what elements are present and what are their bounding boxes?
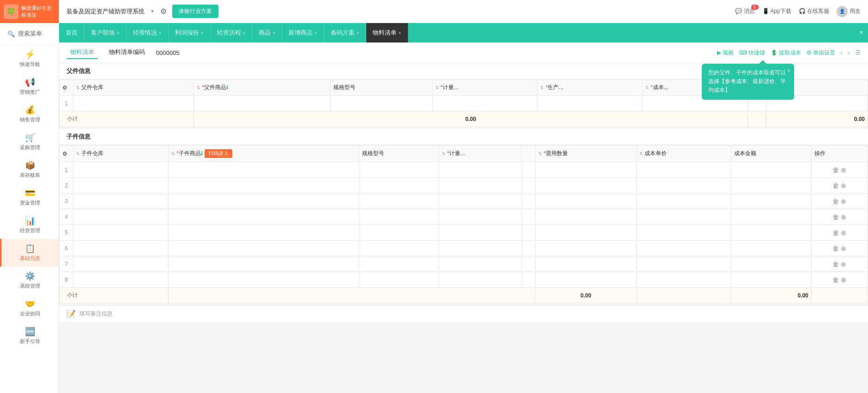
copy-icon-5[interactable]: ⊕ [841, 229, 846, 236]
delete-icon-3[interactable]: 🗑 [832, 198, 839, 205]
user-menu[interactable]: 👤 用友 [837, 6, 861, 17]
child-row-goods-5[interactable] [168, 225, 359, 241]
copy-icon-6[interactable]: ⊕ [841, 245, 846, 252]
delete-icon-1[interactable]: 🗑 [832, 166, 839, 174]
child-row-qty-5[interactable] [536, 225, 637, 241]
child-row-spec-6[interactable] [359, 241, 439, 256]
child-row-goods-3[interactable] [168, 193, 359, 209]
child-row-goods-1[interactable] [168, 162, 359, 178]
parent-row-prod[interactable] [537, 96, 643, 111]
child-row-qty-4[interactable] [536, 209, 637, 225]
tab-close-new-goods[interactable]: × [314, 30, 317, 36]
copy-icon-8[interactable]: ⊕ [841, 276, 846, 284]
tab-close-profit[interactable]: × [201, 30, 204, 36]
child-row-warehouse-2[interactable] [73, 178, 169, 193]
child-row-goods-2[interactable] [168, 178, 359, 193]
sidebar-item-system[interactable]: ⚙️ 系统管理 [0, 266, 59, 294]
child-row-qty-2[interactable] [536, 178, 637, 193]
child-row-unit-2[interactable] [439, 178, 521, 193]
sidebar-item-basic-info[interactable]: 📋 基础信息 [0, 239, 59, 266]
sidebar-item-purchase[interactable]: 🛒 采购管理 [0, 128, 59, 156]
child-row-goods-6[interactable] [168, 241, 359, 256]
list-view-icon[interactable]: ☰ [856, 49, 861, 56]
delete-icon-6[interactable]: 🗑 [832, 245, 839, 252]
child-row-unit-cost-4[interactable] [636, 209, 731, 225]
note-placeholder[interactable]: 填写备注信息 [79, 310, 113, 318]
nav-tab-home[interactable]: 首页 [59, 23, 84, 42]
child-row-unit-cost-1[interactable] [636, 162, 731, 178]
child-row-qty-3[interactable] [536, 193, 637, 209]
child-row-qty-6[interactable] [536, 241, 637, 256]
child-row-spec-5[interactable] [359, 225, 439, 241]
child-row-spec-4[interactable] [359, 209, 439, 225]
single-settings-action[interactable]: ⚙ 单据设置 [807, 49, 835, 57]
child-row-unit-cost-6[interactable] [636, 241, 731, 256]
child-row-unit-cost-2[interactable] [636, 178, 731, 193]
nav-tab-bom[interactable]: 物料清单× [366, 23, 408, 42]
child-row-unit-4[interactable] [439, 209, 521, 225]
copy-icon-4[interactable]: ⊕ [841, 213, 846, 221]
nav-tab-profit[interactable]: 利润报告× [169, 23, 211, 42]
child-row-spec-8[interactable] [359, 272, 439, 288]
nav-tab-barcode[interactable]: 条码方案× [324, 23, 366, 42]
sidebar-item-finance[interactable]: 💳 资金管理 [0, 183, 59, 211]
nav-tab-customer[interactable]: 客户联络× [84, 23, 127, 42]
nav-tab-goods[interactable]: 商品× [252, 23, 282, 42]
copy-icon-1[interactable]: ⊕ [841, 166, 846, 174]
child-col-settings[interactable]: ⚙ [60, 145, 73, 162]
child-row-unit-5[interactable] [439, 225, 521, 241]
sidebar-item-operations[interactable]: 📊 经营管理 [0, 211, 59, 239]
child-row-unit-cost-8[interactable] [636, 272, 731, 288]
trial-btn[interactable]: 体验行业方案 [172, 5, 218, 18]
sidebar-item-enterprise[interactable]: 🤝 企业协同 [0, 294, 59, 322]
tab-close-barcode[interactable]: × [356, 30, 359, 36]
app-download[interactable]: 📱 App下载 [762, 7, 791, 15]
child-row-goods-4[interactable] [168, 209, 359, 225]
child-row-warehouse-8[interactable] [73, 272, 169, 288]
settings-icon[interactable]: ⚙ [160, 7, 167, 16]
parent-row-unit[interactable] [432, 96, 537, 111]
sub-tab-bom[interactable]: 物料清单 [66, 46, 98, 59]
next-icon[interactable]: › [848, 49, 850, 56]
extract-cost-action[interactable]: 💲 提取成本 [771, 49, 801, 57]
sub-tab-bom-code[interactable]: 物料清单编码 [105, 46, 149, 59]
child-row-unit-3[interactable] [439, 193, 521, 209]
delete-icon-5[interactable]: 🗑 [832, 229, 839, 236]
tab-close-customer[interactable]: × [117, 30, 120, 36]
child-row-unit-7[interactable] [439, 256, 521, 272]
video-action[interactable]: ▶ 视频 [717, 49, 734, 57]
child-row-spec-3[interactable] [359, 193, 439, 209]
child-row-warehouse-4[interactable] [73, 209, 169, 225]
child-row-warehouse-3[interactable] [73, 193, 169, 209]
nav-tab-new-goods[interactable]: 新增商品× [282, 23, 324, 42]
nav-tab-operations[interactable]: 经营情况× [127, 23, 169, 42]
online-service[interactable]: 🎧 在线客服 [799, 7, 829, 15]
copy-icon-2[interactable]: ⊕ [841, 182, 846, 189]
child-row-goods-8[interactable] [168, 272, 359, 288]
child-row-spec-7[interactable] [359, 256, 439, 272]
delete-icon-7[interactable]: 🗑 [832, 260, 839, 268]
prev-icon[interactable]: ‹ [841, 49, 843, 56]
child-row-warehouse-1[interactable] [73, 162, 169, 178]
nav-tab-history[interactable]: 经营历程× [211, 23, 253, 42]
parent-row-warehouse[interactable] [73, 96, 194, 111]
child-row-unit-1[interactable] [439, 162, 521, 178]
child-row-warehouse-6[interactable] [73, 241, 169, 256]
child-row-qty-1[interactable] [536, 162, 637, 178]
child-row-unit-6[interactable] [439, 241, 521, 256]
copy-icon-3[interactable]: ⊕ [841, 198, 846, 205]
child-row-spec-1[interactable] [359, 162, 439, 178]
child-row-unit-cost-7[interactable] [636, 256, 731, 272]
child-row-unit-cost-5[interactable] [636, 225, 731, 241]
child-row-unit-cost-3[interactable] [636, 193, 731, 209]
sidebar-item-guide[interactable]: 🆕 新手引导 [0, 322, 59, 350]
tab-close-goods[interactable]: × [272, 30, 275, 36]
message-badge[interactable]: 💬 消息 6 [735, 7, 754, 15]
child-row-unit-8[interactable] [439, 272, 521, 288]
parent-row-goods[interactable] [194, 96, 331, 111]
child-row-warehouse-7[interactable] [73, 256, 169, 272]
sidebar-item-sales[interactable]: 💰 销售管理 [0, 100, 59, 128]
tab-close-history[interactable]: × [243, 30, 246, 36]
close-all-tabs-icon[interactable]: × [855, 29, 868, 37]
shortcut-action[interactable]: ⌨ 快捷键 [739, 49, 765, 57]
